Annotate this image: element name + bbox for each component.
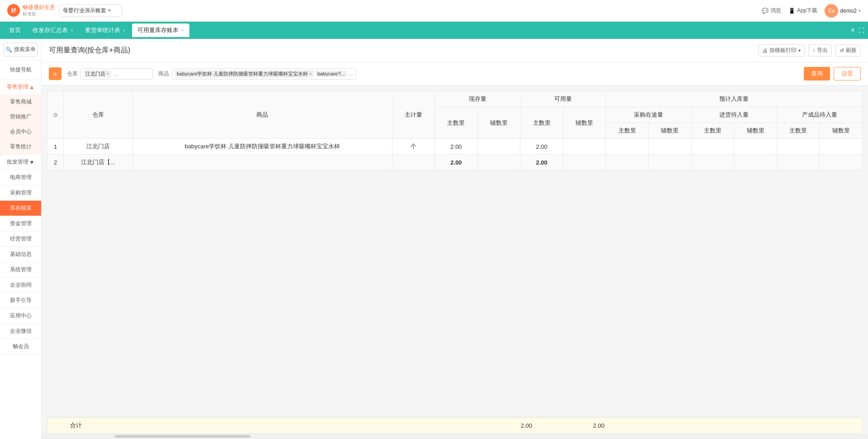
print-btn[interactable]: 🖨 按模板打印 ▾ [758,44,805,57]
sidebar-item-shortcut[interactable]: 快捷导航 [0,62,41,77]
gear-icon[interactable]: ⚙ [53,112,58,118]
setting-btn[interactable]: 设置 [834,67,861,80]
cell-seq-2: 2 [47,155,64,170]
cell-avail-main-2: 2.00 [520,155,563,170]
expand-tabs-btn[interactable]: ⛶ [859,27,864,34]
filter-actions: 查询 设置 [804,67,861,80]
refresh-label: 刷新 [846,47,857,54]
sidebar-nav: 快捷导航 [0,61,41,80]
sidebar-section-finance: 资金管理 [0,216,41,231]
industry-label: 母婴行业演示账套 [63,7,106,14]
horizontal-scrollbar[interactable] [115,435,250,438]
sidebar-section-inventory: 库存核算 [0,201,41,216]
sidebar-wholesale-header[interactable]: 批发管理 ▼ [0,155,41,170]
sidebar-wechat-header[interactable]: 企业微信 [0,324,41,339]
sidebar-section-basic: 基础信息 [0,247,41,262]
search-icon: 🔍 [5,47,12,53]
refresh-btn[interactable]: ↺ 刷新 [835,44,861,57]
th-stock-aux: 辅数里 [477,107,520,139]
th-inbound-main: 主数里 [691,123,734,139]
query-btn[interactable]: 查询 [804,67,830,80]
footer-avail-main: 2.00 [568,422,604,429]
cell-purch-aux [649,139,692,155]
tab-available-stock[interactable]: 可用量库存账本 × [132,24,189,37]
filter-area: » 仓库 江北门店 × ... 商品 babycare学饮杯 儿童防摔防撞吸管杯… [42,62,868,85]
sidebar-section-vip: 畅会员 [0,339,41,354]
tab-home[interactable]: 首页 [4,24,26,37]
export-icon: ↑ [812,47,815,54]
sidebar-inventory-header[interactable]: 库存核算 [0,201,41,216]
product-label: 商品 [158,70,169,78]
logo-sub: 标准版 [23,11,55,17]
cell-prod-main-2 [777,155,820,170]
tab-available-stock-close[interactable]: × [181,28,184,33]
sidebar-operation-header[interactable]: 经营管理 [0,231,41,246]
sidebar-retail-header[interactable]: 零售管理 ▲ [0,80,41,94]
warehouse-tag-text: 江北门店 [85,71,105,77]
avatar: Ea [825,4,838,18]
sidebar-section-enterprise: 企业协同 [0,278,41,293]
sidebar-purchase-header[interactable]: 采购管理 [0,185,41,200]
tab-order-stats[interactable]: 要货单统计表 × [80,24,131,37]
warehouse-more-btn[interactable]: ... [113,71,118,77]
app-download-btn[interactable]: 📱 App下载 [788,7,817,14]
warehouse-filter-group: 仓库 江北门店 × ... [67,68,153,80]
th-purch-main: 主数里 [606,123,649,139]
sidebar-system-header[interactable]: 系统管理 [0,262,41,277]
search-menu-btn[interactable]: 🔍 搜索菜单 [4,42,38,57]
sidebar-appcenter-header[interactable]: 应用中心 [0,308,41,323]
sidebar-section-operation: 经营管理 [0,231,41,247]
warehouse-input[interactable]: 江北门店 × ... [80,68,153,80]
cell-product: babycare学饮杯 儿童防摔防撞吸管杯重力球吸嘴杯宝宝水杯 [132,139,392,155]
product-tag-close-1[interactable]: × [309,71,312,76]
close-all-tabs-btn[interactable]: × [851,26,855,34]
logo-text-group: 畅捷通好生意 标准版 [23,4,55,17]
product-more-btn[interactable]: ... [349,71,353,77]
filter-expand-btn[interactable]: » [49,67,61,80]
sidebar-search-area: 🔍 搜索菜单 [0,39,41,61]
product-tag-text-1: babycare学饮杯 儿童防摔防撞吸管杯重力球吸嘴杯宝宝水杯 [177,71,308,77]
sidebar-item-member[interactable]: 会员中心 [0,124,41,139]
product-filter-group: 商品 babycare学饮杯 儿童防摔防撞吸管杯重力球吸嘴杯宝宝水杯 × bab… [158,68,356,80]
sidebar-item-marketing[interactable]: 营销推广 [0,109,41,124]
page-header: 可用量查询(按仓库+商品) 🖨 按模板打印 ▾ ↑ 导出 ↺ 刷新 [42,39,868,62]
th-forecast: 预计入库量 [606,91,863,107]
tab-receive-send[interactable]: 收发存汇总表 × [27,24,79,37]
content-area: 可用量查询(按仓库+商品) 🖨 按模板打印 ▾ ↑ 导出 ↺ 刷新 » [42,39,868,439]
sidebar-enterprise-header[interactable]: 企业协同 [0,278,41,293]
user-area[interactable]: Ea demo2 ▾ [825,4,861,18]
th-warehouse: 仓库 [64,91,133,139]
app-download-label: App下载 [797,7,817,14]
message-btn[interactable]: 💬 消息 [762,7,781,14]
warehouse-tag-close-1[interactable]: × [107,71,109,76]
tab-receive-send-close[interactable]: × [71,28,73,33]
th-prod-main: 主数里 [777,123,820,139]
export-btn[interactable]: ↑ 导出 [808,44,832,57]
product-tag-text-2: babycare?... [317,71,345,76]
product-input[interactable]: babycare学饮杯 儿童防摔防撞吸管杯重力球吸嘴杯宝宝水杯 × babyca… [172,68,356,80]
cell-purch-main [606,139,649,155]
sidebar-section-ecommerce: 电商管理 [0,170,41,185]
th-purchase-on-way: 采购在途量 [606,107,691,123]
sidebar-newbie-header[interactable]: 新手引导 [0,293,41,308]
cell-prod-aux [820,139,863,155]
table-row: 1 江北门店 babycare学饮杯 儿童防摔防撞吸管杯重力球吸嘴杯宝宝水杯 个… [47,139,863,155]
cell-avail-aux-2 [563,155,606,170]
cell-inbound-main-2 [691,155,734,170]
sidebar-item-retail-mall[interactable]: 零售商城 [0,94,41,109]
sidebar-finance-header[interactable]: 资金管理 [0,216,41,231]
sidebar-vip-header[interactable]: 畅会员 [0,339,41,354]
th-avail-aux: 辅数里 [563,107,606,139]
table-footer: 合计 2.00 2.00 [47,417,863,434]
scrollbar-area [42,434,868,439]
sidebar-basic-header[interactable]: 基础信息 [0,247,41,262]
sidebar-item-retail-stats[interactable]: 零售统计 [0,139,41,154]
sidebar-ecommerce-header[interactable]: 电商管理 [0,170,41,185]
industry-selector[interactable]: 母婴行业演示账套 ▾ [59,5,122,17]
top-bar: 好 畅捷通好生意 标准版 母婴行业演示账套 ▾ 💬 消息 📱 App下载 Ea … [0,0,868,22]
message-icon: 💬 [762,8,769,14]
tab-order-stats-close[interactable]: × [123,28,126,33]
tab-order-stats-label: 要货单统计表 [85,26,120,34]
cell-purch-main-2 [606,155,649,170]
sidebar-section-system: 系统管理 [0,262,41,278]
